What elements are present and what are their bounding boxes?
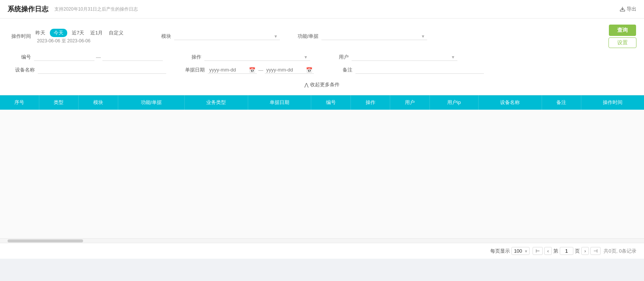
time-7days-btn[interactable]: 近7天 (70, 29, 86, 37)
svg-rect-0 (620, 10, 625, 11)
module-label: 模块 (148, 33, 174, 40)
table-header: 序号 类型 模块 功能/单据 业务类型 单据日期 编号 操作 用户 用户ip 设… (0, 95, 644, 110)
query-button[interactable]: 查询 (609, 25, 636, 36)
action-buttons: 查询 设置 (608, 25, 636, 48)
module-select[interactable] (174, 33, 280, 40)
export-icon (620, 6, 625, 12)
col-function: 功能/单据 (118, 95, 184, 110)
col-operation: 操作 (351, 95, 390, 110)
settings-button[interactable]: 设置 (608, 37, 636, 48)
data-table: 序号 类型 模块 功能/单据 业务类型 单据日期 编号 操作 用户 用户ip 设… (0, 95, 644, 110)
user-select-wrap[interactable]: ▼ (352, 53, 457, 61)
filter-row-3: 设备名称 单据日期 📅 — 📅 备注 (8, 66, 636, 74)
col-op-time: 操作时间 (581, 95, 644, 110)
table-section: 序号 类型 模块 功能/单据 业务类型 单据日期 编号 操作 用户 用户ip 设… (0, 95, 644, 238)
date-end-wrap[interactable]: 📅 (265, 66, 314, 74)
user-label: 用户 (325, 54, 352, 61)
collapse-label: 收起更多条件 (310, 81, 340, 88)
page-suffix: 页 (575, 248, 580, 255)
prev-page-button[interactable]: ‹ (544, 247, 552, 255)
page-label: 第 (553, 248, 558, 255)
col-biz-type: 业务类型 (185, 95, 248, 110)
scrollbar-thumb[interactable] (8, 239, 83, 242)
function-label: 功能/单据 (295, 33, 321, 40)
calendar-start-icon[interactable]: 📅 (249, 67, 255, 73)
col-user-ip: 用户ip (429, 95, 478, 110)
export-label: 导出 (627, 6, 636, 12)
col-voucher-date: 单据日期 (248, 95, 311, 110)
date-start-wrap[interactable]: 📅 (208, 66, 257, 74)
number-label: 编号 (8, 54, 34, 61)
filter-row-2: 编号 — 操作 ▼ 用户 ▼ (8, 53, 636, 61)
time-filter-col: 昨天 今天 近7天 近1月 自定义 2023-06-06 至 2023-06-0… (34, 29, 125, 44)
number-input-start[interactable] (34, 53, 94, 61)
calendar-end-icon[interactable]: 📅 (306, 67, 312, 73)
collapse-row: ⋀ 收起更多条件 (8, 79, 636, 92)
device-label: 设备名称 (8, 67, 38, 73)
first-page-button[interactable]: ⊢ (533, 247, 543, 255)
page-title: 系统操作日志 (8, 5, 48, 14)
page-subtitle: 支持2020年10月31日之后产生的操作日志 (54, 6, 138, 12)
per-page-select[interactable]: 50 100 200 500 (511, 247, 530, 255)
collapse-chevron-icon: ⋀ (304, 82, 309, 88)
time-buttons-row: 昨天 今天 近7天 近1月 自定义 (34, 29, 125, 37)
empty-data-area (0, 110, 644, 238)
module-select-wrap[interactable]: ▼ (174, 33, 280, 40)
time-custom-btn[interactable]: 自定义 (107, 29, 125, 37)
time-label: 操作时间 (8, 33, 34, 40)
filter-area: 操作时间 昨天 今天 近7天 近1月 自定义 2023-06-06 至 2023… (0, 19, 644, 95)
per-page-selector: 每页显示 50 100 200 500 ▼ (490, 247, 530, 255)
remark-input[interactable] (355, 66, 484, 74)
filter-row-1: 操作时间 昨天 今天 近7天 近1月 自定义 2023-06-06 至 2023… (8, 25, 636, 48)
page-navigation: ⊢ ‹ 第 页 › ⊣ (533, 247, 601, 255)
collapse-button[interactable]: ⋀ 收起更多条件 (304, 81, 340, 88)
col-remark: 备注 (542, 95, 581, 110)
number-dash: — (94, 54, 102, 60)
operation-label: 操作 (178, 54, 204, 61)
page-header: 系统操作日志 支持2020年10月31日之后产生的操作日志 导出 (0, 0, 644, 19)
total-info: 共0页, 0条记录 (604, 248, 636, 255)
col-module: 模块 (79, 95, 118, 110)
operation-select-wrap[interactable]: ▼ (204, 53, 310, 61)
number-input-end[interactable] (102, 53, 163, 61)
operation-select[interactable] (204, 53, 310, 61)
date-dash: — (257, 67, 265, 73)
horizontal-scrollbar[interactable] (0, 238, 644, 243)
function-select-wrap[interactable]: ▼ (321, 33, 427, 40)
function-select[interactable] (321, 33, 427, 40)
time-yesterday-btn[interactable]: 昨天 (34, 29, 47, 37)
export-button[interactable]: 导出 (620, 6, 636, 12)
pagination-bar: 每页显示 50 100 200 500 ▼ ⊢ ‹ 第 页 › ⊣ 共0页, 0… (0, 243, 644, 259)
time-range-display: 2023-06-06 至 2023-06-06 (37, 38, 125, 44)
col-number: 编号 (311, 95, 351, 110)
col-device: 设备名称 (478, 95, 542, 110)
time-today-btn[interactable]: 今天 (50, 29, 67, 37)
col-seq: 序号 (0, 95, 39, 110)
time-1month-btn[interactable]: 近1月 (89, 29, 104, 37)
col-user: 用户 (390, 95, 429, 110)
per-page-label: 每页显示 (490, 248, 510, 255)
table-header-row: 序号 类型 模块 功能/单据 业务类型 单据日期 编号 操作 用户 用户ip 设… (0, 95, 644, 110)
last-page-button[interactable]: ⊣ (590, 247, 601, 255)
col-type: 类型 (39, 95, 78, 110)
device-input[interactable] (38, 66, 166, 74)
voucher-date-label: 单据日期 (181, 67, 208, 73)
next-page-button[interactable]: › (581, 247, 589, 255)
user-select[interactable] (352, 53, 457, 61)
remark-label: 备注 (329, 67, 355, 73)
per-page-wrap[interactable]: 50 100 200 500 ▼ (511, 247, 530, 255)
page-number-input[interactable] (560, 247, 573, 255)
